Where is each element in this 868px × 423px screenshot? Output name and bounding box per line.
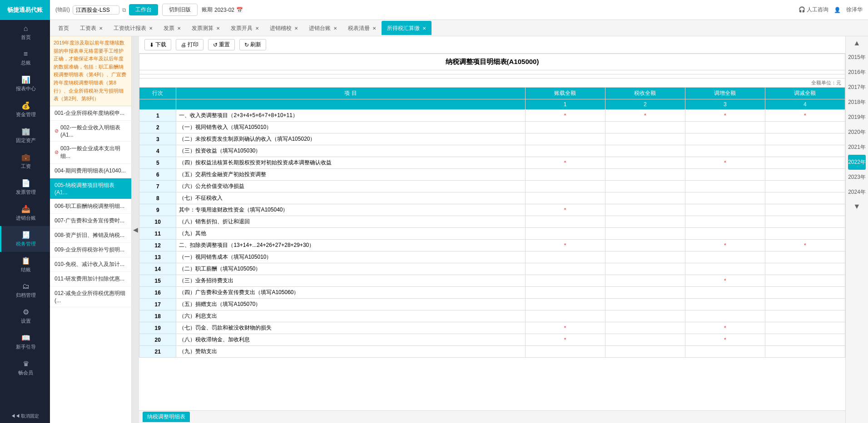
calendar-icon[interactable]: 📅 xyxy=(236,7,243,13)
sidebar-item-tax[interactable]: 🧾税务管理 xyxy=(0,226,50,252)
year-scroll-up[interactable]: ▲ xyxy=(846,36,868,50)
row-cell-col1[interactable] xyxy=(525,169,605,181)
row-cell-col2[interactable] xyxy=(605,192,685,204)
year-item[interactable]: 2016年 xyxy=(848,65,866,80)
tab-发票测算[interactable]: 发票测算✕ xyxy=(186,21,225,35)
print-btn[interactable]: 🖨 打印 xyxy=(176,39,203,50)
row-cell-col4[interactable] xyxy=(765,346,845,358)
row-cell-col4[interactable] xyxy=(765,287,845,299)
row-cell-col2[interactable] xyxy=(605,275,685,287)
tab-close[interactable]: ✕ xyxy=(99,26,103,31)
row-cell-col4[interactable] xyxy=(765,181,845,192)
row-cell-col4[interactable] xyxy=(765,275,845,287)
row-cell-col1[interactable] xyxy=(525,346,605,358)
row-cell-col2[interactable] xyxy=(605,334,685,346)
year-item[interactable]: 2022年 xyxy=(848,155,866,170)
unpin-btn[interactable]: ◀◀ 取消固定 xyxy=(0,409,50,423)
year-item[interactable]: 2020年 xyxy=(848,125,866,140)
row-cell-col1[interactable] xyxy=(525,181,605,192)
row-cell-col2[interactable] xyxy=(605,204,685,216)
row-cell-col3[interactable] xyxy=(685,216,765,228)
row-cell-col2[interactable] xyxy=(605,145,685,157)
collapse-btn[interactable]: ◀ xyxy=(132,36,139,423)
row-cell-col4[interactable] xyxy=(765,334,845,346)
row-cell-col3[interactable] xyxy=(685,133,765,145)
row-cell-col4[interactable] xyxy=(765,122,845,133)
list-item-005[interactable]: 005-纳税调整项目明细表(A1... xyxy=(50,178,131,199)
row-cell-col4[interactable] xyxy=(765,145,845,157)
copy-icon[interactable]: ⧉ xyxy=(122,7,126,13)
sidebar-item-import[interactable]: 📥进销台账 xyxy=(0,200,50,226)
tab-进销稽校[interactable]: 进销稽校✕ xyxy=(264,21,303,35)
year-item[interactable]: 2019年 xyxy=(848,110,866,125)
tab-close[interactable]: ✕ xyxy=(216,26,220,31)
row-cell-col1[interactable]: * xyxy=(525,157,605,169)
row-cell-col4[interactable] xyxy=(765,263,845,275)
row-cell-col2[interactable] xyxy=(605,133,685,145)
year-item[interactable]: 2017年 xyxy=(848,80,866,95)
row-cell-col1[interactable]: * xyxy=(525,240,605,251)
tab-close[interactable]: ✕ xyxy=(149,26,153,31)
list-item-008[interactable]: 008-资产折旧、摊销及纳税... xyxy=(50,228,131,243)
row-cell-col1[interactable]: * xyxy=(525,110,605,122)
row-cell-col4[interactable] xyxy=(765,192,845,204)
list-item-010[interactable]: 010-免税、减计收入及加计... xyxy=(50,257,131,272)
list-item-009[interactable]: 009-企业所得税弥补亏损明... xyxy=(50,243,131,257)
row-cell-col1[interactable]: * xyxy=(525,204,605,216)
row-cell-col3[interactable]: * xyxy=(685,240,765,251)
row-cell-col1[interactable] xyxy=(525,251,605,263)
row-cell-col3[interactable] xyxy=(685,310,765,322)
list-item-006[interactable]: 006-职工薪酬纳税调整明细... xyxy=(50,199,131,214)
row-cell-col4[interactable] xyxy=(765,251,845,263)
row-cell-col4[interactable] xyxy=(765,228,845,240)
row-cell-col1[interactable]: * xyxy=(525,322,605,334)
tab-close[interactable]: ✕ xyxy=(333,26,337,31)
row-cell-col2[interactable] xyxy=(605,251,685,263)
switch-btn[interactable]: 切到旧版 xyxy=(162,4,198,16)
row-cell-col3[interactable] xyxy=(685,251,765,263)
row-cell-col1[interactable] xyxy=(525,133,605,145)
year-item[interactable]: 2015年 xyxy=(848,50,866,65)
row-cell-col1[interactable] xyxy=(525,287,605,299)
list-item-001[interactable]: 001-企业所得税年度纳税申... xyxy=(50,106,131,121)
row-cell-col1[interactable] xyxy=(525,228,605,240)
tab-close[interactable]: ✕ xyxy=(422,26,426,31)
row-cell-col2[interactable] xyxy=(605,346,685,358)
sidebar-item-assets[interactable]: 💰资金管理 xyxy=(0,97,50,123)
row-cell-col4[interactable] xyxy=(765,216,845,228)
row-cell-col2[interactable]: * xyxy=(605,110,685,122)
row-cell-col3[interactable] xyxy=(685,287,765,299)
year-item[interactable]: 2021年 xyxy=(848,140,866,155)
list-item-011[interactable]: 011-研发费用加计扣除优惠... xyxy=(50,272,131,286)
reset-btn[interactable]: ↺ 重置 xyxy=(208,39,235,50)
tab-close[interactable]: ✕ xyxy=(372,26,376,31)
year-item[interactable]: 2018年 xyxy=(848,95,866,110)
row-cell-col3[interactable] xyxy=(685,122,765,133)
row-cell-col3[interactable] xyxy=(685,181,765,192)
row-cell-col1[interactable] xyxy=(525,145,605,157)
row-cell-col2[interactable] xyxy=(605,228,685,240)
sidebar-item-guide[interactable]: 📖新手引导 xyxy=(0,329,50,355)
year-scroll-down[interactable]: ▼ xyxy=(846,200,868,213)
row-cell-col4[interactable] xyxy=(765,299,845,310)
row-cell-col3[interactable]: * xyxy=(685,275,765,287)
sidebar-item-invoice[interactable]: 📄发票管理 xyxy=(0,174,50,200)
sidebar-item-ledger[interactable]: ≡总账 xyxy=(0,45,50,71)
year-item[interactable]: 2024年 xyxy=(848,185,866,200)
row-cell-col4[interactable] xyxy=(765,204,845,216)
row-cell-col3[interactable] xyxy=(685,204,765,216)
sidebar-item-wages[interactable]: 💼工资 xyxy=(0,148,50,174)
row-cell-col2[interactable] xyxy=(605,181,685,192)
consult-btn[interactable]: 🎧 人工咨询 xyxy=(799,6,828,14)
sidebar-item-fixed[interactable]: 🏢固定资产 xyxy=(0,123,50,148)
tab-进销台账[interactable]: 进销台账✕ xyxy=(303,21,342,35)
tab-工资统计报表[interactable]: 工资统计报表✕ xyxy=(108,21,158,35)
tab-所得税汇算缴[interactable]: 所得税汇算缴✕ xyxy=(382,21,432,35)
row-cell-col1[interactable] xyxy=(525,263,605,275)
row-cell-col2[interactable] xyxy=(605,157,685,169)
download-btn[interactable]: ⬇ 下载 xyxy=(144,39,171,50)
sidebar-item-settings[interactable]: ⚙设置 xyxy=(0,303,50,329)
tab-close[interactable]: ✕ xyxy=(255,26,259,31)
workbench-btn[interactable]: 工作台 xyxy=(129,4,158,15)
row-cell-col1[interactable] xyxy=(525,122,605,133)
